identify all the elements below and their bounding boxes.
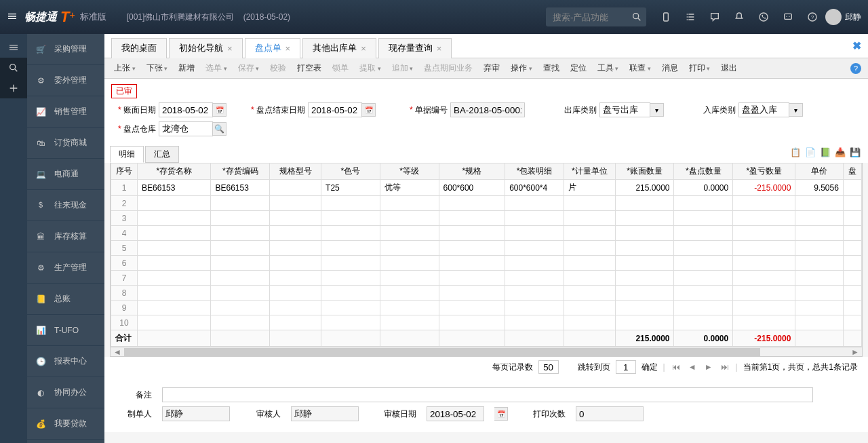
close-icon[interactable]: × bbox=[361, 43, 366, 54]
tab-stock-query[interactable]: 现存量查询× bbox=[378, 38, 452, 58]
lookup-icon[interactable]: 🔍 bbox=[213, 122, 226, 136]
sidebar-item-ecommerce[interactable]: 💻电商通 bbox=[27, 159, 104, 190]
bell-icon[interactable] bbox=[733, 11, 745, 23]
calendar-icon[interactable]: 📅 bbox=[213, 103, 226, 117]
col-inv-code[interactable]: *存货编码 bbox=[211, 163, 270, 180]
calendar-icon[interactable]: 📅 bbox=[362, 103, 376, 117]
sidebar-item-outsource[interactable]: ⚙委外管理 bbox=[27, 65, 104, 96]
cell-color[interactable]: T25 bbox=[321, 180, 380, 196]
jump-page-input[interactable] bbox=[616, 360, 636, 374]
help-icon[interactable]: ? bbox=[806, 11, 818, 23]
sidebar-item-production[interactable]: ⚙生产管理 bbox=[27, 252, 104, 284]
col-inv-name[interactable]: *存货名称 bbox=[138, 163, 211, 180]
nav-add-icon[interactable] bbox=[0, 78, 27, 98]
horizontal-scrollbar[interactable]: ◄ ► bbox=[111, 347, 862, 356]
link-query-button[interactable]: 联查 bbox=[627, 61, 654, 75]
page-size-input[interactable] bbox=[538, 360, 559, 374]
col-seq[interactable]: 序号 bbox=[111, 163, 138, 180]
tab-other-out[interactable]: 其他出库单× bbox=[302, 38, 376, 58]
print-button[interactable]: 打印 bbox=[686, 61, 713, 75]
add-button[interactable]: 新增 bbox=[176, 61, 197, 75]
col-diff-qty[interactable]: *盈亏数量 bbox=[733, 163, 795, 180]
calendar-icon[interactable]: 📅 bbox=[494, 407, 508, 421]
sidebar-item-purchase[interactable]: 🛒采购管理 bbox=[27, 34, 104, 65]
in-type-field[interactable] bbox=[738, 102, 789, 117]
period-button[interactable]: 盘点期间业务 bbox=[421, 61, 475, 75]
cell-unit[interactable]: 片 bbox=[564, 180, 615, 196]
col-spec[interactable]: 规格型号 bbox=[270, 163, 321, 180]
tool-button[interactable]: 工具 bbox=[595, 61, 622, 75]
verify-button[interactable]: 校验 bbox=[267, 61, 289, 75]
col-color[interactable]: *色号 bbox=[321, 163, 380, 180]
table-row[interactable]: 6 bbox=[111, 256, 862, 271]
cell-size[interactable]: 600*600 bbox=[439, 180, 505, 196]
warehouse-field[interactable] bbox=[159, 121, 213, 136]
paste-icon[interactable]: 📄 bbox=[804, 146, 816, 158]
table-row[interactable]: 4 bbox=[111, 226, 862, 241]
table-row[interactable]: 9 bbox=[111, 301, 862, 315]
export-excel-icon[interactable]: 📗 bbox=[819, 146, 831, 158]
menu-toggle-icon[interactable] bbox=[7, 11, 24, 24]
table-row[interactable]: 1 BE66153 BE66153 T25 优等 600*600 600*600… bbox=[111, 180, 862, 196]
sidebar-item-loan[interactable]: 💰我要贷款 bbox=[27, 408, 104, 440]
cell-book-qty[interactable]: 215.0000 bbox=[615, 180, 674, 196]
col-size[interactable]: *规格 bbox=[439, 163, 505, 180]
prev-page-icon[interactable]: ◄ bbox=[687, 362, 698, 372]
close-icon[interactable]: × bbox=[437, 43, 442, 54]
table-row[interactable]: 8 bbox=[111, 286, 862, 301]
cell-count-qty[interactable]: 0.0000 bbox=[674, 180, 733, 196]
chat-icon[interactable] bbox=[709, 11, 721, 23]
close-all-tabs-icon[interactable]: ✖ bbox=[852, 39, 861, 52]
mobile-icon[interactable] bbox=[660, 11, 672, 23]
search-input[interactable] bbox=[549, 12, 631, 22]
sidebar-item-ledger[interactable]: 📒总账 bbox=[27, 284, 104, 315]
tab-desktop[interactable]: 我的桌面 bbox=[111, 38, 167, 58]
sidebar-item-ordermall[interactable]: 🛍订货商城 bbox=[27, 128, 104, 159]
import-icon[interactable]: 📥 bbox=[834, 146, 846, 158]
doc-no-field[interactable] bbox=[450, 102, 525, 117]
message-button[interactable]: 消息 bbox=[659, 61, 681, 75]
jump-confirm-button[interactable]: 确定 bbox=[642, 362, 658, 373]
nav-menu-icon[interactable] bbox=[0, 37, 27, 58]
lock-button[interactable]: 锁单 bbox=[330, 61, 351, 75]
book-date-field[interactable] bbox=[159, 102, 213, 117]
table-row[interactable]: 3 bbox=[111, 211, 862, 226]
table-row[interactable]: 10 bbox=[111, 315, 862, 330]
col-price[interactable]: 单价 bbox=[795, 163, 843, 180]
table-row[interactable]: 2 bbox=[111, 196, 862, 211]
col-count-qty[interactable]: *盘点数量 bbox=[674, 163, 733, 180]
prev-doc-button[interactable]: 上张 bbox=[111, 61, 138, 75]
phone-icon[interactable] bbox=[757, 11, 770, 23]
next-page-icon[interactable]: ► bbox=[703, 362, 714, 372]
end-date-field[interactable] bbox=[308, 102, 362, 117]
out-type-field[interactable] bbox=[599, 102, 650, 117]
save-grid-icon[interactable]: 💾 bbox=[849, 146, 861, 158]
exit-button[interactable]: 退出 bbox=[718, 61, 740, 75]
detail-tab-summary[interactable]: 汇总 bbox=[145, 146, 179, 163]
toolbar-help-icon[interactable]: ? bbox=[850, 63, 861, 74]
col-grade[interactable]: *等级 bbox=[380, 163, 439, 180]
chevron-down-icon[interactable]: ▾ bbox=[650, 103, 664, 117]
search-box[interactable] bbox=[546, 7, 646, 26]
cell-pack[interactable]: 600*600*4 bbox=[505, 180, 564, 196]
select-button[interactable]: 选单 bbox=[203, 61, 230, 75]
cell-last[interactable] bbox=[843, 180, 861, 196]
close-icon[interactable]: × bbox=[285, 43, 291, 54]
first-page-icon[interactable]: ⏮ bbox=[671, 362, 682, 372]
chevron-down-icon[interactable]: ▾ bbox=[789, 103, 803, 117]
query-button[interactable]: 查找 bbox=[540, 61, 562, 75]
last-page-icon[interactable]: ⏭ bbox=[719, 362, 730, 372]
col-book-qty[interactable]: *账面数量 bbox=[615, 163, 674, 180]
table-row[interactable]: 7 bbox=[111, 271, 862, 286]
sidebar-item-reports[interactable]: 🕒报表中心 bbox=[27, 346, 104, 377]
list-icon[interactable] bbox=[684, 11, 696, 23]
cell-inv-name[interactable]: BE66153 bbox=[138, 180, 211, 196]
operate-button[interactable]: 操作 bbox=[508, 61, 535, 75]
abandon-audit-button[interactable]: 弃审 bbox=[481, 61, 502, 75]
sidebar-item-sales[interactable]: 📈销售管理 bbox=[27, 96, 104, 128]
next-doc-button[interactable]: 下张 bbox=[144, 61, 171, 75]
extract-button[interactable]: 提取 bbox=[357, 61, 384, 75]
remark-field[interactable] bbox=[162, 387, 813, 402]
cell-grade[interactable]: 优等 bbox=[380, 180, 439, 196]
cell-inv-code[interactable]: BE66153 bbox=[211, 180, 270, 196]
